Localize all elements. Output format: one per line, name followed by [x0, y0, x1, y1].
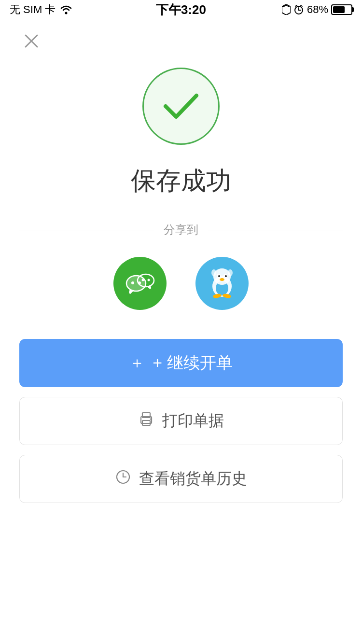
continue-label: + 继续开单	[153, 352, 232, 374]
print-label: 打印单据	[162, 410, 224, 432]
qq-share-button[interactable]	[195, 257, 249, 310]
divider-right	[208, 230, 343, 230]
history-label: 查看销货单历史	[139, 468, 247, 490]
location-icon	[282, 4, 291, 15]
svg-point-22	[218, 275, 220, 277]
share-label: 分享到	[164, 222, 198, 238]
status-time: 下午3:20	[156, 1, 206, 18]
success-indicator	[142, 68, 220, 145]
svg-line-5	[301, 5, 302, 6]
alarm-icon	[293, 4, 304, 15]
svg-point-24	[220, 278, 224, 281]
wechat-icon	[123, 269, 157, 298]
close-button[interactable]	[19, 29, 43, 53]
close-icon	[23, 32, 40, 50]
wifi-icon	[59, 4, 73, 15]
svg-line-4	[295, 5, 297, 6]
svg-point-0	[65, 12, 68, 14]
battery-indicator	[331, 4, 352, 15]
plus-icon: ＋	[129, 352, 145, 374]
status-right: 68%	[282, 3, 352, 16]
divider-left	[19, 230, 154, 230]
svg-point-19	[228, 269, 233, 276]
checkmark-icon	[162, 92, 200, 121]
status-left: 无 SIM 卡	[10, 2, 73, 17]
history-button[interactable]: 查看销货单历史	[19, 455, 343, 503]
print-icon	[138, 411, 154, 431]
qq-icon	[207, 266, 237, 301]
success-title: 保存成功	[131, 164, 231, 198]
battery-label: 68%	[307, 3, 328, 16]
svg-point-23	[225, 275, 227, 277]
svg-point-14	[148, 279, 150, 281]
wechat-share-button[interactable]	[113, 257, 167, 310]
svg-point-30	[150, 419, 152, 420]
print-button[interactable]: 打印单据	[19, 397, 343, 445]
clock-icon	[115, 469, 131, 489]
status-bar: 无 SIM 卡 下午3:20 68%	[0, 0, 362, 19]
svg-point-10	[131, 281, 134, 284]
svg-point-18	[211, 269, 216, 276]
share-divider: 分享到	[19, 222, 343, 238]
share-icons-container	[113, 257, 249, 310]
continue-button[interactable]: ＋ + 继续开单	[19, 339, 343, 387]
svg-point-13	[142, 279, 144, 281]
main-content: 保存成功 分享到	[0, 19, 362, 644]
svg-point-17	[213, 268, 231, 285]
no-sim-label: 无 SIM 卡	[10, 2, 56, 17]
